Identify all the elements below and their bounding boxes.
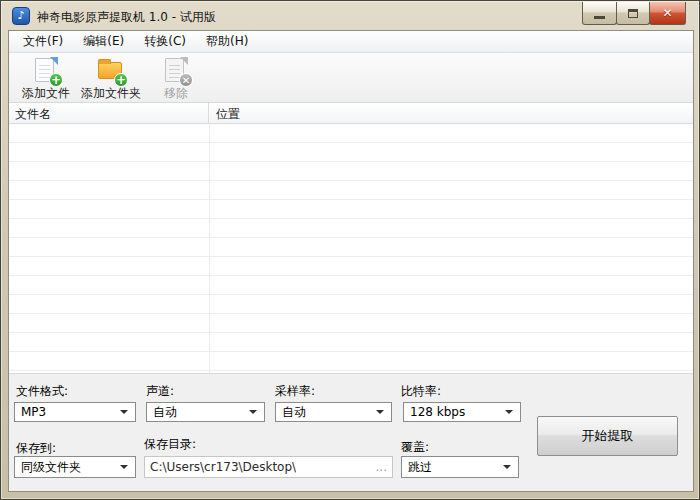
menu-bar: 文件(F) 编辑(E) 转换(C) 帮助(H)	[9, 31, 693, 53]
menu-item-help[interactable]: 帮助(H)	[196, 30, 258, 53]
chevron-down-icon	[249, 410, 257, 414]
add-folder-button[interactable]: + 添加文件夹	[77, 56, 145, 104]
add-file-icon: +	[33, 58, 59, 84]
menu-item-edit[interactable]: 编辑(E)	[73, 30, 134, 53]
x-badge-icon: ✕	[179, 73, 193, 87]
sample-rate-select[interactable]: 自动	[275, 402, 392, 422]
chevron-down-icon	[505, 410, 513, 414]
add-folder-label: 添加文件夹	[81, 85, 141, 102]
column-header-filename[interactable]: 文件名	[9, 103, 209, 123]
plus-badge-icon: +	[49, 73, 63, 87]
format-label: 文件格式:	[16, 383, 68, 400]
save-to-value: 同级文件夹	[21, 459, 81, 476]
channels-value: 自动	[153, 404, 177, 421]
save-dir-label: 保存目录:	[144, 436, 196, 453]
save-to-select[interactable]: 同级文件夹	[14, 456, 136, 478]
bitrate-select[interactable]: 128 kbps	[403, 402, 521, 422]
window-title: 神奇电影原声提取机 1.0 - 试用版	[37, 9, 216, 26]
overwrite-label: 覆盖:	[401, 439, 429, 456]
chevron-down-icon	[120, 465, 128, 469]
overwrite-value: 跳过	[408, 459, 432, 476]
app-window: ♪ 神奇电影原声提取机 1.0 - 试用版 ✕ 文件(F) 编辑(E) 转换(C…	[0, 0, 700, 500]
channels-label: 声道:	[146, 383, 174, 400]
toolbar: + 添加文件 + 添加文件夹 ✕ 移除	[9, 53, 693, 103]
column-divider	[209, 124, 210, 373]
minimize-icon	[594, 16, 605, 19]
format-value: MP3	[21, 405, 46, 419]
add-folder-icon: +	[98, 58, 124, 84]
close-button[interactable]: ✕	[649, 2, 686, 25]
browse-button[interactable]: ...	[372, 460, 387, 474]
sample-rate-value: 自动	[282, 404, 306, 421]
add-file-label: 添加文件	[22, 85, 70, 102]
overwrite-select[interactable]: 跳过	[401, 456, 519, 478]
minimize-button[interactable]	[582, 2, 617, 25]
format-select[interactable]: MP3	[14, 402, 136, 422]
caption-buttons: ✕	[583, 2, 686, 25]
window-content: 文件(F) 编辑(E) 转换(C) 帮助(H) + 添加文件 + 添加文件夹	[8, 30, 694, 492]
file-list-header: 文件名 位置	[9, 103, 693, 124]
settings-panel: 文件格式: MP3 声道: 自动 采样率: 自动 比特率: 128 kbps 保…	[9, 373, 693, 491]
chevron-down-icon	[376, 410, 384, 414]
close-icon: ✕	[662, 6, 672, 20]
bitrate-value: 128 kbps	[410, 405, 465, 419]
menu-item-file[interactable]: 文件(F)	[13, 30, 73, 53]
title-bar[interactable]: ♪ 神奇电影原声提取机 1.0 - 试用版 ✕	[1, 1, 699, 30]
remove-icon: ✕	[163, 58, 189, 84]
save-dir-input[interactable]: C:\Users\cr173\Desktop\ ...	[144, 456, 393, 478]
app-icon: ♪	[12, 7, 30, 25]
plus-badge-icon: +	[114, 73, 128, 87]
column-header-location[interactable]: 位置	[209, 103, 693, 123]
add-file-button[interactable]: + 添加文件	[15, 56, 77, 104]
save-to-label: 保存到:	[16, 440, 56, 457]
chevron-down-icon	[120, 410, 128, 414]
maximize-icon	[628, 9, 638, 18]
remove-button: ✕ 移除	[145, 56, 207, 104]
maximize-button[interactable]	[616, 2, 650, 25]
remove-label: 移除	[164, 85, 188, 102]
file-list[interactable]	[9, 124, 693, 373]
chevron-down-icon	[503, 465, 511, 469]
menu-item-convert[interactable]: 转换(C)	[134, 30, 196, 53]
sample-rate-label: 采样率:	[275, 383, 315, 400]
start-extract-button[interactable]: 开始提取	[537, 416, 678, 456]
bitrate-label: 比特率:	[401, 383, 441, 400]
channels-select[interactable]: 自动	[146, 402, 265, 422]
save-dir-value: C:\Users\cr173\Desktop\	[150, 460, 296, 474]
